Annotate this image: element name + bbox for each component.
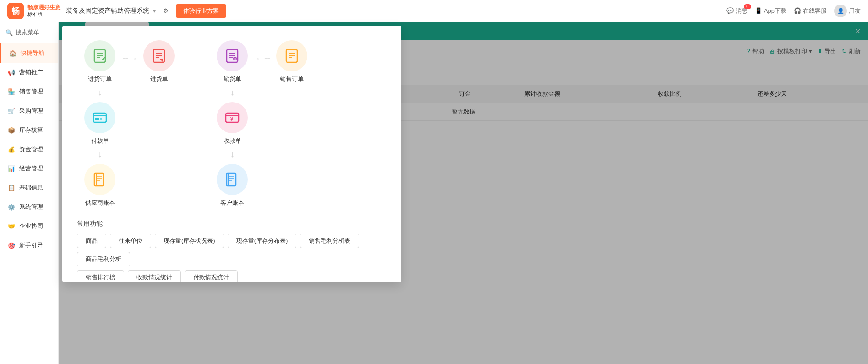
sidebar-item-finance[interactable]: 💰 资金管理 bbox=[0, 140, 58, 159]
sidebar-item-guide[interactable]: 🎯 新手引导 bbox=[0, 236, 58, 255]
sidebar-search: 🔍 搜索菜单 bbox=[0, 22, 58, 43]
inventory-icon: 📦 bbox=[7, 126, 16, 134]
flow-node-payment[interactable]: ¥ 付款单 bbox=[77, 98, 123, 149]
sidebar-nav: 🏠 快捷导航 📢 营销推广 🏪 销售管理 🛒 采购管理 📦 库存核 bbox=[0, 43, 58, 364]
arrow-v2: ↓ bbox=[98, 149, 102, 160]
cf-buttons-row1: 商品 往来单位 现存量(库存状况表) 现存量(库存分布表) 销售毛利分析表 商品… bbox=[77, 234, 387, 266]
flow-node-purchase-order[interactable]: 进货订单 bbox=[77, 37, 123, 87]
settings-gear-icon[interactable]: ⚙ bbox=[159, 5, 172, 17]
enterprise-icon: 🤝 bbox=[7, 222, 16, 230]
user-menu[interactable]: 👤 用友 bbox=[834, 5, 861, 17]
flow-col-mid-left: 进货单 bbox=[136, 37, 182, 87]
message-icon: 💬 bbox=[726, 7, 734, 14]
arrow-h2: ← - - bbox=[255, 37, 268, 64]
arrow-h1: - - → bbox=[123, 37, 136, 64]
sysmanage-icon: ⚙️ bbox=[7, 203, 16, 211]
app-download-icon: 📱 bbox=[755, 7, 762, 14]
sales-order-circle bbox=[276, 40, 307, 71]
arrow-v3: ↓ bbox=[230, 87, 235, 98]
purchase-bill-circle bbox=[143, 40, 175, 71]
svg-text:¥: ¥ bbox=[99, 117, 103, 121]
cf-btn-receipt-stats[interactable]: 收款情况统计 bbox=[128, 270, 181, 282]
app-download-btn[interactable]: 📱 App下载 bbox=[755, 7, 786, 15]
online-service-btn[interactable]: 🎧 在线客服 bbox=[794, 7, 827, 15]
logo-text: 畅康通好生意 标准版 bbox=[27, 4, 60, 18]
sidebar-item-sales[interactable]: 🏪 销售管理 bbox=[0, 82, 58, 101]
system-name: 装备及固定资产辅助管理系统 bbox=[66, 7, 149, 15]
svg-rect-6 bbox=[95, 118, 99, 120]
flow-col-right: 销售订单 bbox=[269, 37, 315, 87]
cf-btn-stock-status[interactable]: 现存量(库存状况表) bbox=[155, 234, 224, 248]
arrow-v4: ↓ bbox=[230, 149, 235, 160]
sales-bill-circle: ≡ bbox=[217, 40, 248, 71]
payment-circle: ¥ bbox=[84, 102, 115, 133]
message-btn[interactable]: 💬 消息 6 bbox=[726, 7, 748, 15]
top-bar: 畅 畅康通好生意 标准版 装备及固定资产辅助管理系统 ▾ ⚙ 体验行业方案 💬 … bbox=[0, 0, 868, 22]
cf-btn-stock-dist[interactable]: 现存量(库存分布表) bbox=[228, 234, 297, 248]
cf-btn-product-profit[interactable]: 商品毛利分析 bbox=[77, 252, 130, 266]
dropdown-icon[interactable]: ▾ bbox=[153, 8, 156, 14]
sidebar-item-operations[interactable]: 📊 经营管理 bbox=[0, 159, 58, 178]
sidebar-item-purchase[interactable]: 🛒 采购管理 bbox=[0, 101, 58, 120]
home-icon: 🏠 bbox=[9, 49, 17, 57]
cf-btn-sales-ranking[interactable]: 销售排行榜 bbox=[77, 270, 124, 282]
customer-ledger-circle bbox=[217, 164, 248, 195]
search-menu-button[interactable]: 🔍 搜索菜单 bbox=[4, 27, 55, 38]
sidebar-item-inventory[interactable]: 📦 库存核算 bbox=[0, 120, 58, 140]
receipt-circle: ¥ bbox=[217, 102, 248, 133]
flow-node-sales-order[interactable]: 销售订单 bbox=[269, 37, 315, 87]
finance-icon: 💰 bbox=[7, 145, 16, 153]
cf-btn-contacts[interactable]: 往来单位 bbox=[110, 234, 151, 248]
trial-button[interactable]: 体验行业方案 bbox=[176, 4, 226, 18]
flow-col-left: 进货订单 ↓ ¥ 付款单 ↓ 供应商账本 bbox=[77, 37, 123, 211]
cf-btn-payment-stats[interactable]: 付款情况统计 bbox=[185, 270, 238, 282]
modal-overlay[interactable]: 进货订单 ↓ ¥ 付款单 ↓ 供应商账本 bbox=[59, 22, 868, 364]
logo-area: 畅 畅康通好生意 标准版 bbox=[7, 3, 66, 19]
message-badge: 6 bbox=[744, 4, 751, 9]
flow-node-purchase-bill[interactable]: 进货单 bbox=[136, 37, 182, 87]
purchase-icon: 🛒 bbox=[7, 107, 16, 115]
marketing-icon: 📢 bbox=[7, 68, 16, 76]
svg-text:≡: ≡ bbox=[234, 57, 236, 60]
service-icon: 🎧 bbox=[794, 7, 801, 14]
top-right-actions: 💬 消息 6 📱 App下载 🎧 在线客服 👤 用友 bbox=[726, 5, 861, 17]
modal-content: 进货订单 ↓ ¥ 付款单 ↓ 供应商账本 bbox=[62, 26, 401, 282]
guide-icon: 🎯 bbox=[7, 241, 16, 250]
flow-node-sales-bill[interactable]: ≡ 销货单 bbox=[209, 37, 255, 87]
search-icon: 🔍 bbox=[5, 29, 13, 36]
arrow-v1: ↓ bbox=[98, 87, 102, 98]
operations-icon: 📊 bbox=[7, 164, 16, 173]
sales-icon: 🏪 bbox=[7, 87, 16, 96]
common-functions: 常用功能 商品 往来单位 现存量(库存状况表) 现存量(库存分布表) 销售毛利分… bbox=[77, 220, 387, 282]
sidebar-item-sysmanage[interactable]: ⚙️ 系统管理 bbox=[0, 197, 58, 217]
supplier-ledger-circle bbox=[84, 164, 115, 195]
user-name: 用友 bbox=[849, 7, 861, 15]
sidebar-item-baseinfo[interactable]: 📋 基础信息 bbox=[0, 178, 58, 197]
flow-diagram: 进货订单 ↓ ¥ 付款单 ↓ 供应商账本 bbox=[77, 37, 387, 211]
cf-btn-sales-profit[interactable]: 销售毛利分析表 bbox=[300, 234, 359, 248]
svg-rect-27 bbox=[229, 173, 236, 186]
purchase-order-circle bbox=[84, 40, 115, 71]
sidebar: 🔍 搜索菜单 🏠 快捷导航 📢 营销推广 🏪 销售管理 🛒 bbox=[0, 22, 59, 364]
svg-rect-9 bbox=[96, 173, 104, 186]
user-avatar: 👤 bbox=[834, 5, 847, 17]
cf-btn-product[interactable]: 商品 bbox=[77, 234, 106, 248]
cf-buttons-row2: 销售排行榜 收款情况统计 付款情况统计 bbox=[77, 270, 387, 282]
flow-col-mid-right: ≡ 销货单 ↓ ¥ 收款单 ↓ bbox=[209, 37, 255, 211]
flow-node-receipt[interactable]: ¥ 收款单 bbox=[209, 98, 255, 149]
flow-node-supplier-ledger[interactable]: 供应商账本 bbox=[77, 160, 123, 211]
sidebar-item-marketing[interactable]: 📢 营销推广 bbox=[0, 63, 58, 82]
baseinfo-icon: 📋 bbox=[7, 184, 16, 192]
quick-nav-modal: 进货订单 ↓ ¥ 付款单 ↓ 供应商账本 bbox=[62, 26, 401, 282]
system-title: 装备及固定资产辅助管理系统 ▾ ⚙ 体验行业方案 bbox=[66, 4, 726, 18]
sidebar-item-enterprise[interactable]: 🤝 企业协同 bbox=[0, 217, 58, 236]
logo-icon: 畅 bbox=[7, 3, 24, 19]
sidebar-item-quick-nav[interactable]: 🏠 快捷导航 bbox=[0, 43, 58, 63]
common-functions-title: 常用功能 bbox=[77, 220, 387, 228]
flow-node-customer-ledger[interactable]: 客户账本 bbox=[209, 160, 255, 211]
svg-text:¥: ¥ bbox=[230, 116, 234, 122]
